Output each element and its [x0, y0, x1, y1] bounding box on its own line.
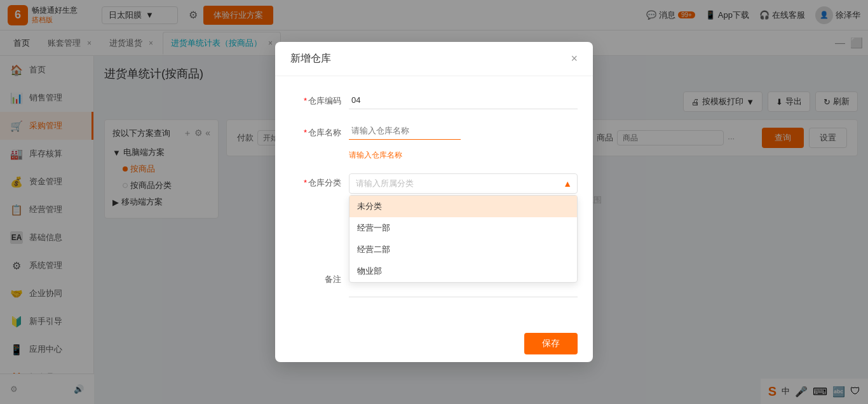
dropdown-arrow-icon: ▲: [563, 178, 572, 189]
code-input[interactable]: [349, 91, 578, 109]
form-row-code: 仓库编码: [290, 91, 578, 109]
save-button[interactable]: 保存: [524, 333, 578, 354]
category-dropdown-trigger[interactable]: 请输入所属分类 ▲: [349, 173, 578, 194]
category-dropdown-list: 未分类 经营一部 经营二部 物业部: [349, 195, 578, 283]
modal-overlay[interactable]: 新增仓库 × 仓库编码 仓库名称 请输入仓库名称: [0, 0, 868, 404]
name-error-msg: 请输入仓库名称: [349, 151, 402, 159]
category-placeholder: 请输入所属分类: [356, 178, 414, 188]
dropdown-item-unclassified[interactable]: 未分类: [349, 196, 577, 217]
code-label: 仓库编码: [290, 91, 341, 107]
category-field-wrapper: 请输入所属分类 ▲ 未分类 经营一部 经营二部 物业部: [349, 173, 578, 194]
modal-close-button[interactable]: ×: [571, 52, 578, 65]
dropdown-item-dept2[interactable]: 经营二部: [349, 239, 577, 260]
form-row-name: 仓库名称 请输入仓库名称: [290, 122, 578, 161]
modal-header: 新增仓库 ×: [275, 42, 593, 76]
modal-body: 仓库编码 仓库名称 请输入仓库名称 仓库分类: [275, 76, 593, 325]
form-row-category: 仓库分类 请输入所属分类 ▲ 未分类 经营一部 经营二部 物业部: [290, 173, 578, 194]
name-input[interactable]: [349, 122, 461, 140]
dropdown-item-property[interactable]: 物业部: [349, 260, 577, 282]
name-field-wrapper: [349, 122, 578, 140]
modal-footer: 保存: [275, 325, 593, 362]
dropdown-item-dept1[interactable]: 经营一部: [349, 217, 577, 239]
new-warehouse-modal: 新增仓库 × 仓库编码 仓库名称 请输入仓库名称: [275, 42, 593, 362]
modal-title: 新增仓库: [290, 52, 331, 65]
category-label: 仓库分类: [290, 173, 341, 189]
note-label: 备注: [290, 270, 341, 285]
name-label: 仓库名称: [290, 123, 341, 138]
